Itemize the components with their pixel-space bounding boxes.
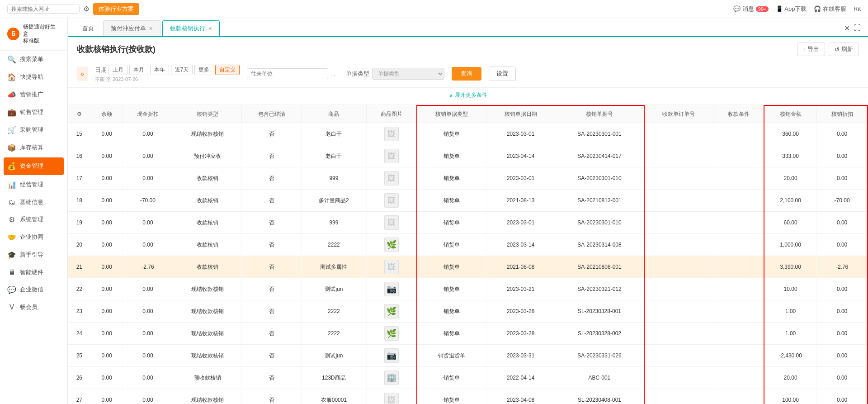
this-month-btn[interactable]: 本月: [129, 65, 148, 75]
sidebar-item-enterprise[interactable]: 🤝 企业协同: [0, 228, 67, 246]
expand-conditions-btn[interactable]: ∨ 展开更多条件: [443, 90, 493, 101]
sidebar-item-inventory[interactable]: 📦 库存核算: [0, 139, 67, 157]
sidebar-item-newbie[interactable]: 🎓 新手引导: [0, 246, 67, 264]
tab-receipt-exec-close[interactable]: ✕: [208, 26, 212, 32]
tab-prepay-close[interactable]: ✕: [149, 26, 153, 32]
last-month-btn[interactable]: 上月: [108, 65, 127, 75]
cell-verify-voucher-type: 销货单: [417, 167, 486, 190]
cell-verify-no[interactable]: SA-20230301-001: [555, 123, 644, 145]
collapse-filter-btn[interactable]: »: [77, 67, 88, 81]
cell-receipt-order-no: [644, 234, 713, 256]
col-verify-date: 核销单据日期: [486, 105, 555, 123]
sidebar-item-label-sales: 销售管理: [20, 108, 43, 116]
close-window-icon[interactable]: ✕: [844, 24, 850, 33]
expand-icon: ∨: [449, 92, 453, 99]
sidebar-item-operations[interactable]: 📊 经营管理: [0, 176, 67, 194]
col-verify-type: 核销类型: [173, 105, 242, 123]
cell-receipt-condition: [713, 256, 764, 278]
cell-verify-type: 现结收款核销: [173, 389, 242, 404]
filter-date-section: 日期 上月 本月 本年 近7天 更多 自定义 不限 至 2023-07-26: [95, 65, 240, 83]
goods-image-thumb: 🏢: [384, 371, 399, 385]
sidebar-item-purchase[interactable]: 🛒 采购管理: [0, 121, 67, 139]
cell-cash-discount: 0.00: [123, 145, 173, 167]
sidebar-item-marketing[interactable]: 📣 营销推广: [0, 86, 67, 104]
goods-image-thumb: 🖼: [384, 215, 399, 230]
last7d-btn[interactable]: 近7天: [171, 65, 193, 75]
cell-verify-no[interactable]: SA-20230414-017: [555, 145, 644, 167]
cell-verify-date: 2023-04-08: [486, 389, 555, 404]
cell-verify-no[interactable]: SL-20230328-002: [555, 323, 644, 345]
cell-num: 16: [68, 145, 91, 167]
cell-verify-discount: 0.00: [817, 123, 868, 145]
cell-receipt-condition: [713, 123, 764, 145]
sidebar-item-label-newbie: 新手引导: [20, 251, 43, 259]
cell-receipt-condition: [713, 345, 764, 367]
this-year-btn[interactable]: 本年: [150, 65, 169, 75]
cell-verify-type: 收款核销: [173, 256, 242, 278]
sidebar: 6 畅捷通谐好生意 标准版 🔍 搜索菜单 🏠 快捷导航 📣 营销推广 💼 销售管…: [0, 18, 68, 404]
voucher-type-select[interactable]: 单据类型: [372, 68, 444, 80]
cell-receipt-order-no: [644, 123, 713, 145]
sidebar-item-finance[interactable]: 💰 资金管理: [4, 157, 64, 175]
goods-image-thumb: 🖼: [384, 260, 399, 274]
custom-btn[interactable]: 自定义: [215, 65, 240, 75]
refresh-btn[interactable]: ↺ 刷新: [829, 43, 859, 56]
cell-verify-no[interactable]: SL-20230408-001: [555, 389, 644, 404]
online-service[interactable]: 🎧 在线客服: [814, 5, 846, 13]
cell-verify-no[interactable]: SA-20210808-001: [555, 256, 644, 278]
goods-image-thumb: 🌿: [384, 326, 399, 341]
url-input[interactable]: [7, 5, 80, 14]
cell-verify-no[interactable]: SA-20230301-010: [555, 212, 644, 234]
top-bar: ⚙ 体验行业方案 💬 消息 99+ 📱 App下载 🎧 在线客服 Rit: [0, 0, 868, 18]
cell-verify-voucher-type: 销货单: [417, 256, 486, 278]
from-unit-dots[interactable]: ...: [331, 71, 339, 77]
sidebar-item-basic-info[interactable]: 🗂 基础信息: [0, 194, 67, 211]
date-label: 日期: [95, 66, 107, 74]
trial-btn[interactable]: 体验行业方案: [93, 3, 139, 15]
export-btn[interactable]: ↑ 导出: [797, 43, 826, 56]
sidebar-item-vip[interactable]: V 畅会员: [0, 299, 67, 316]
message-area[interactable]: 💬 消息 99+: [733, 5, 769, 13]
cell-verify-no[interactable]: ABC-001: [555, 367, 644, 389]
tab-home[interactable]: 首页: [75, 21, 101, 36]
cell-verify-no[interactable]: SL-20230328-001: [555, 300, 644, 323]
date-hint: 不限 至 2023-07-26: [95, 76, 240, 83]
cell-cash-discount: 0.00: [123, 323, 173, 345]
wechat-icon: 💬: [7, 285, 16, 294]
cell-verify-no[interactable]: SA-20230331-026: [555, 345, 644, 367]
cell-verify-no[interactable]: SA-20230321-012: [555, 278, 644, 300]
gear-icon[interactable]: ⚙: [83, 5, 90, 13]
tab-prepay[interactable]: 预付冲应付单 ✕: [103, 20, 160, 36]
cell-include-settled: 否: [242, 190, 302, 212]
query-btn[interactable]: 查询: [452, 67, 481, 81]
cell-goods: 2222: [302, 234, 366, 256]
maximize-icon[interactable]: ⛶: [854, 24, 861, 33]
app-download[interactable]: 📱 App下载: [776, 5, 807, 13]
sidebar-item-wechat[interactable]: 💬 企业微信: [0, 281, 67, 299]
sidebar-item-quick-nav[interactable]: 🏠 快捷导航: [0, 68, 67, 86]
cell-verify-voucher-type: 销货退货单: [417, 345, 486, 367]
cell-verify-no[interactable]: SA-20210813-001: [555, 190, 644, 212]
cell-balance: 0.00: [91, 212, 123, 234]
cell-verify-no[interactable]: SA-20230301-010: [555, 167, 644, 190]
tab-receipt-exec[interactable]: 收款核销执行 ✕: [162, 20, 220, 36]
sidebar-item-system[interactable]: ⚙ 系统管理: [0, 211, 67, 228]
more-btn[interactable]: 更多: [194, 65, 213, 75]
cell-verify-no[interactable]: SA-20230314-008: [555, 234, 644, 256]
col-balance: 余额: [91, 105, 123, 123]
export-icon: ↑: [803, 46, 806, 53]
sidebar-item-smart-hw[interactable]: 🖥 智能硬件: [0, 264, 67, 281]
cell-balance: 0.00: [91, 190, 123, 212]
col-goods-image: 商品图片: [366, 105, 417, 123]
sidebar-item-search-menu[interactable]: 🔍 搜索菜单: [0, 51, 67, 68]
setting-btn[interactable]: 设置: [489, 67, 516, 81]
cell-verify-date: 2023-03-14: [486, 234, 555, 256]
sidebar-item-label-inventory: 库存核算: [20, 143, 43, 152]
sidebar-item-label-quick-nav: 快捷导航: [20, 73, 43, 81]
cell-balance: 0.00: [91, 278, 123, 300]
cell-goods-image: 🖼: [366, 190, 417, 212]
cell-num: 22: [68, 278, 91, 300]
from-unit-input[interactable]: [247, 68, 328, 79]
sidebar-item-sales[interactable]: 💼 销售管理: [0, 104, 67, 121]
sidebar-logo: 6 畅捷通谐好生意 标准版: [0, 18, 67, 51]
